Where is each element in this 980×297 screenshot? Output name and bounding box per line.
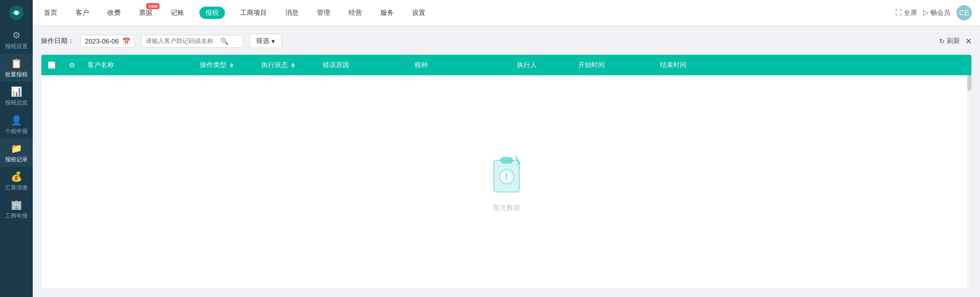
sidebar-item-baoshuijilu[interactable]: 📁 报税记录 <box>0 139 33 167</box>
empty-text: 暂无数据 <box>493 203 520 213</box>
th-start-time: 开始时间 <box>573 60 655 70</box>
nav-piaoju[interactable]: 票据 new <box>136 6 155 19</box>
table-header: ⚙ 客户名称 操作类型 执行状态 <box>41 55 971 75</box>
content-area: 操作日期： 2023-06-06 📅 🔍 筛选 ▾ ↻ 刷新 <box>33 26 980 297</box>
toolbar: 操作日期： 2023-06-06 📅 🔍 筛选 ▾ ↻ 刷新 <box>41 34 972 48</box>
th-op-type[interactable]: 操作类型 <box>195 60 256 70</box>
member-icon: ▷ <box>923 9 928 16</box>
th-tax-type: 税种 <box>409 60 512 70</box>
main-container: 首页 客户 收费 票据 new 记账 报税 工商项目 消息 管理 经营 服务 设… <box>33 0 980 297</box>
batch-icon: 📋 <box>11 58 22 69</box>
sidebar-item-geshuishenbao[interactable]: 👤 个税申报 <box>0 111 33 139</box>
nav-baoshui[interactable]: 报税 <box>199 7 225 19</box>
top-navigation: 首页 客户 收费 票据 new 记账 报税 工商项目 消息 管理 经营 服务 设… <box>33 0 980 26</box>
sidebar-item-gongshangnianboa[interactable]: 🏢 工商年报 <box>0 195 33 223</box>
avatar[interactable]: CE <box>956 5 972 20</box>
svg-rect-4 <box>500 157 513 163</box>
empty-illustration: ! <box>486 151 527 197</box>
scroll-thumb[interactable] <box>967 75 971 91</box>
nav-gongshangxiangmu[interactable]: 工商项目 <box>237 6 270 19</box>
header-checkbox[interactable] <box>48 61 55 69</box>
record-icon: 📁 <box>11 143 22 154</box>
nav-fuwu[interactable]: 服务 <box>377 6 397 19</box>
nav-shoufei[interactable]: 收费 <box>104 6 124 19</box>
fullscreen-button[interactable]: ⛶ 全屏 <box>895 8 917 17</box>
nav-shezhi[interactable]: 设置 <box>409 6 428 19</box>
sort-icon-exec-status <box>291 63 295 68</box>
close-button[interactable]: ✕ <box>965 36 972 46</box>
th-settings: ⚙ <box>62 61 82 69</box>
nav-jizhang[interactable]: 记账 <box>168 6 187 19</box>
sort-icon-op-type <box>230 63 234 68</box>
data-table: ⚙ 客户名称 操作类型 执行状态 <box>41 54 972 289</box>
new-badge: new <box>146 3 159 9</box>
th-end-time: 结束时间 <box>655 60 726 70</box>
app-logo <box>0 0 33 26</box>
sidebar-item-baoshuishezhi[interactable]: ⚙ 报税设置 <box>0 26 33 54</box>
svg-text:!: ! <box>505 173 508 181</box>
toolbar-right: ↻ 刷新 ✕ <box>939 36 972 46</box>
fullscreen-icon: ⛶ <box>895 9 902 16</box>
nav-shouye[interactable]: 首页 <box>41 6 60 19</box>
th-error-reason: 错误原因 <box>317 60 409 70</box>
topnav-right: ⛶ 全屏 ▷ 畅会员 CE <box>895 5 972 20</box>
refresh-icon: ↻ <box>939 37 945 45</box>
filter-button[interactable]: 筛选 ▾ <box>249 34 282 48</box>
search-input[interactable] <box>146 37 217 45</box>
table-body: ! 暂无数据 <box>41 75 971 288</box>
th-executor: 执行人 <box>512 60 573 70</box>
member-button[interactable]: ▷ 畅会员 <box>923 8 950 17</box>
date-input[interactable]: 2023-06-06 📅 <box>80 35 135 48</box>
search-wrapper: 🔍 <box>141 35 243 48</box>
sidebar-item-huisuanqingqian[interactable]: 💰 汇算清缴 <box>0 167 33 195</box>
person-icon: 👤 <box>11 115 22 126</box>
nav-jingying[interactable]: 经营 <box>346 6 365 19</box>
sidebar: ⚙ 报税设置 📋 批量报税 📊 报税总览 👤 个税申报 📁 报税记录 💰 汇算清… <box>0 0 33 297</box>
th-customer: 客户名称 <box>82 60 195 70</box>
overview-icon: 📊 <box>11 86 22 97</box>
scrollbar[interactable] <box>967 75 971 288</box>
money-icon: 💰 <box>11 171 22 182</box>
svg-point-1 <box>14 11 18 15</box>
settings-icon: ⚙ <box>12 30 20 41</box>
sidebar-item-piliangshuiwu[interactable]: 📋 批量报税 <box>0 54 33 82</box>
calendar-icon: 📅 <box>122 37 130 45</box>
page-content: 操作日期： 2023-06-06 📅 🔍 筛选 ▾ ↻ 刷新 <box>33 26 980 297</box>
nav-xiaoxi[interactable]: 消息 <box>282 6 302 19</box>
th-checkbox[interactable] <box>41 61 62 69</box>
search-icon: 🔍 <box>220 37 229 45</box>
refresh-button[interactable]: ↻ 刷新 <box>939 36 960 46</box>
settings-gear-icon: ⚙ <box>69 61 75 69</box>
company-icon: 🏢 <box>11 199 22 210</box>
chevron-down-icon: ▾ <box>271 37 275 45</box>
date-label: 操作日期： <box>41 36 74 46</box>
nav-guanli[interactable]: 管理 <box>314 6 333 19</box>
nav-kehu[interactable]: 客户 <box>73 6 92 19</box>
empty-state: ! 暂无数据 <box>486 151 527 213</box>
th-exec-status[interactable]: 执行状态 <box>256 60 317 70</box>
sidebar-item-baoshuizonglan[interactable]: 📊 报税总览 <box>0 82 33 110</box>
